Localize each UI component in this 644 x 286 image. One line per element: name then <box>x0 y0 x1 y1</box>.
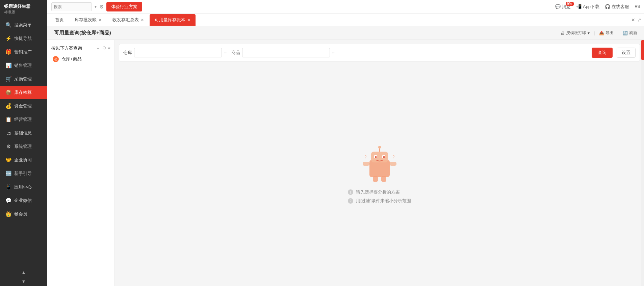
filter-settings-btn[interactable]: ⊙ <box>102 45 106 51</box>
print-btn[interactable]: 🖨 按模板打印 ▾ <box>561 30 590 36</box>
product-field: 商品 ··· <box>231 48 335 57</box>
warehouse-input[interactable] <box>134 48 222 57</box>
box-icon: 📦 <box>5 89 11 96</box>
filter-item-icon: ◎ <box>53 56 59 62</box>
sidebar-item-purchase[interactable]: 🛒 采购管理 <box>0 72 47 86</box>
flash-icon: ⚡ <box>5 35 11 42</box>
tabs-controls: ✕ ⤢ <box>631 17 641 23</box>
crown-icon: 👑 <box>5 211 11 217</box>
cart-icon: 🛒 <box>5 76 11 82</box>
right-scrollbar[interactable] <box>641 40 644 286</box>
sidebar-item-search[interactable]: 🔍 搜索菜单 <box>0 18 47 32</box>
sidebar-scroll-up[interactable]: ▲ <box>0 268 47 277</box>
messages-btn[interactable]: 💬 消息 99+ <box>555 4 571 10</box>
hint-text-2: 用[过滤]条件来缩小分析范围 <box>356 198 411 204</box>
new-icon: 🆕 <box>5 171 11 177</box>
main-panel: 仓库 ··· 商品 ··· 查询 设置 <box>115 40 644 286</box>
tab-batch-close[interactable]: ✕ <box>99 18 102 22</box>
topbar-search-input[interactable] <box>51 2 92 11</box>
sidebar-item-label: 库存核算 <box>14 89 32 96</box>
print-label: 按模板打印 <box>566 30 586 36</box>
sidebar: 畅康通好生意 标准版 🔍 搜索菜单 ⚡ 快捷导航 🎁 营销推广 📊 销售管理 🛒… <box>0 0 47 286</box>
service-label: 在线客服 <box>612 4 629 10</box>
filter-add-btn[interactable]: ＋ <box>96 45 100 51</box>
sidebar-item-sales[interactable]: 📊 销售管理 <box>0 59 47 72</box>
topbar-right: 💬 消息 99+ 📲 App下载 🎧 在线客服 Rit <box>555 4 640 10</box>
online-service-btn[interactable]: 🎧 在线客服 <box>605 4 629 10</box>
sidebar-item-inventory[interactable]: 📦 库存核算 <box>0 86 47 99</box>
tab-available-label: 可用量库存账本 <box>155 17 185 23</box>
query-button[interactable]: 查询 <box>592 48 613 58</box>
empty-state: ? ? 1 请先选择要分析的方案 2 用[过滤]条件来缩小分析范围 <box>119 65 640 282</box>
chart-icon: 📊 <box>5 62 11 69</box>
svg-text:?: ? <box>392 155 395 159</box>
tab-home[interactable]: 首页 <box>50 14 69 26</box>
print-chevron: ▾ <box>588 31 590 35</box>
app-subtitle: 标准版 <box>4 9 43 15</box>
sidebar-item-label: 资金管理 <box>14 103 32 109</box>
username-label: Rit <box>635 4 640 9</box>
refresh-btn[interactable]: 🔄 刷新 <box>623 30 637 36</box>
sidebar-item-marketing[interactable]: 🎁 营销推广 <box>0 45 47 59</box>
svg-point-4 <box>375 156 377 158</box>
hint-num-2: 2 <box>348 198 353 204</box>
tab-home-label: 首页 <box>55 17 64 23</box>
empty-illustration: ? ? <box>359 143 400 184</box>
phone-icon: 📱 <box>5 184 11 190</box>
main-area: ▾ ⚙ 体验行业方案 💬 消息 99+ 📲 App下载 🎧 在线客服 Rit <box>47 0 644 286</box>
industry-btn[interactable]: 体验行业方案 <box>106 2 142 11</box>
sidebar-item-basic[interactable]: 🗂 基础信息 <box>0 126 47 140</box>
close-all-tabs-btn[interactable]: ✕ <box>631 17 635 23</box>
expand-tabs-btn[interactable]: ⤢ <box>637 17 641 23</box>
warehouse-more-btn[interactable]: ··· <box>224 50 227 55</box>
export-icon: 📤 <box>599 31 604 35</box>
sidebar-logo: 畅康通好生意 标准版 <box>0 0 47 18</box>
empty-hint-1: 1 请先选择要分析的方案 <box>348 189 411 195</box>
tab-available[interactable]: 可用量库存账本 ✕ <box>150 14 196 26</box>
sidebar-item-label: 新手引导 <box>14 171 32 177</box>
settings-icon[interactable]: ⚙ <box>99 4 104 10</box>
tabs-bar: 首页 库存批次账 ✕ 收发存汇总表 ✕ 可用量库存账本 ✕ ✕ ⤢ <box>47 14 644 26</box>
headset-icon: 🎧 <box>605 4 610 9</box>
svg-text:?: ? <box>364 155 367 159</box>
sidebar-item-coop[interactable]: 🤝 企业协同 <box>0 153 47 167</box>
page-header: 可用量查询(按仓库+商品) 🖨 按模板打印 ▾ | 📤 导出 | 🔄 刷新 <box>47 26 644 40</box>
filter-collapse-btn[interactable]: « <box>108 45 110 51</box>
tab-summary-label: 收发存汇总表 <box>112 17 139 23</box>
filter-header-label: 按以下方案查询 <box>51 45 82 51</box>
sidebar-item-operation[interactable]: 📋 经营管理 <box>0 113 47 126</box>
sidebar-item-label: 企业协同 <box>14 157 32 163</box>
content-area: 按以下方案查询 ＋ ⊙ « ◎ 仓库+商品 仓库 ··· <box>47 40 644 286</box>
scrollbar-thumb <box>641 40 644 60</box>
tab-batch[interactable]: 库存批次账 ✕ <box>70 14 107 26</box>
sidebar-item-member[interactable]: 👑 畅会员 <box>0 207 47 221</box>
chevron-down-icon[interactable]: ▾ <box>95 4 97 9</box>
topbar: ▾ ⚙ 体验行业方案 💬 消息 99+ 📲 App下载 🎧 在线客服 Rit <box>47 0 644 14</box>
sidebar-item-wechat[interactable]: 💬 企业微信 <box>0 194 47 207</box>
sidebar-item-apps[interactable]: 📱 应用中心 <box>0 180 47 194</box>
sidebar-scroll-down[interactable]: ▼ <box>0 277 47 286</box>
money-icon: 💰 <box>5 103 11 109</box>
product-label: 商品 <box>231 50 240 56</box>
sidebar-item-system[interactable]: ⚙ 系统管理 <box>0 140 47 153</box>
app-download-btn[interactable]: 📲 App下载 <box>576 4 599 10</box>
sidebar-item-quick-nav[interactable]: ⚡ 快捷导航 <box>0 32 47 45</box>
sidebar-item-guide[interactable]: 🆕 新手引导 <box>0 167 47 180</box>
sidebar-item-label: 销售管理 <box>14 62 32 69</box>
tab-summary[interactable]: 收发存汇总表 ✕ <box>107 14 149 26</box>
gift-icon: 🎁 <box>5 49 11 55</box>
product-more-btn[interactable]: ··· <box>332 50 335 55</box>
settings-button[interactable]: 设置 <box>617 48 636 58</box>
tab-available-close[interactable]: ✕ <box>187 18 190 22</box>
export-btn[interactable]: 📤 导出 <box>599 30 614 36</box>
tab-summary-close[interactable]: ✕ <box>141 18 144 22</box>
filter-warehouse-product[interactable]: ◎ 仓库+商品 <box>47 53 114 65</box>
user-menu[interactable]: Rit <box>635 4 640 9</box>
product-input[interactable] <box>242 48 330 57</box>
page-actions: 🖨 按模板打印 ▾ | 📤 导出 | 🔄 刷新 <box>561 30 637 36</box>
separator2: | <box>618 30 619 35</box>
handshake-icon: 🤝 <box>5 157 11 163</box>
page-title: 可用量查询(按仓库+商品) <box>54 30 561 36</box>
sidebar-item-finance[interactable]: 💰 资金管理 <box>0 99 47 113</box>
chat-icon: 💬 <box>5 198 11 204</box>
